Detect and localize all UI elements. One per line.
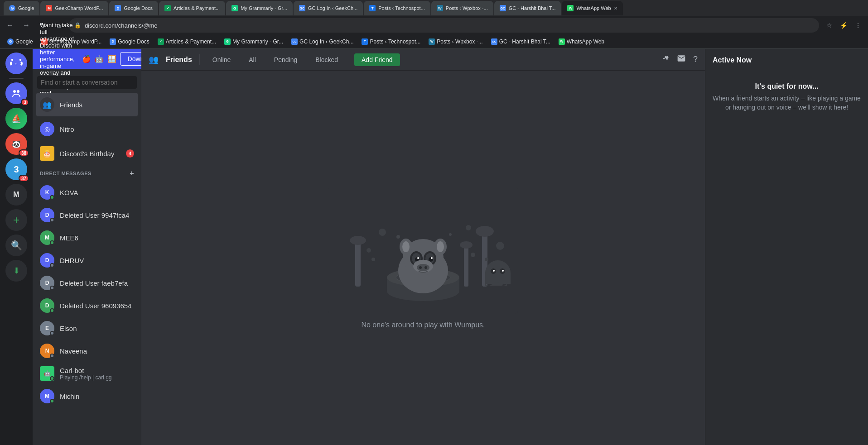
bookmark-wpxbox[interactable]: W Posts ‹ Wpxbox -... — [425, 37, 486, 47]
svg-point-51 — [371, 258, 375, 261]
new-dm-button[interactable]: + — [130, 169, 134, 177]
discord-home-button[interactable]: ⌂ — [5, 53, 27, 74]
bookmark-harshit[interactable]: GC GC - Harshit Bhai T... — [487, 37, 554, 47]
tab-geekchamp2[interactable]: GC GC Log In ‹ GeekCh... — [294, 1, 363, 15]
inbox-icon[interactable] — [677, 54, 686, 65]
dm-avatar-deleted3: D — [40, 298, 54, 313]
svg-text:⌂: ⌂ — [15, 61, 18, 66]
server-3[interactable]: 🐼 38 — [5, 133, 27, 155]
add-friend-button[interactable]: Add Friend — [354, 53, 400, 66]
friends-nav-item[interactable]: 👥 Friends — [36, 93, 138, 116]
nitro-nav-item[interactable]: ◎ Nitro — [36, 117, 138, 141]
tab-wpxbox[interactable]: W Posts ‹ Wpxbox -... — [431, 1, 493, 15]
tab-online[interactable]: Online — [207, 54, 236, 65]
quiet-description: When a friend starts an activity – like … — [713, 94, 861, 112]
server-4[interactable]: 3 37 — [5, 158, 27, 180]
wumpus-illustration — [328, 187, 518, 314]
bookmark-grammarly[interactable]: G My Grammarly - Gr... — [221, 37, 287, 47]
tab-articles[interactable]: ✓ Articles & Payment... — [159, 1, 225, 15]
svg-point-5 — [350, 236, 366, 245]
nitro-nav-label: Nitro — [60, 125, 74, 133]
bookmark-technospot[interactable]: T Posts ‹ Technospot... — [358, 37, 424, 47]
tab-geekchamp[interactable]: M GeekChamp WordP... — [40, 1, 108, 15]
nav-icons: ☆ ⚡ ⋮ — [823, 19, 864, 32]
dm-item-elson[interactable]: E Elson — [36, 317, 138, 339]
tab-whatsapp[interactable]: W WhatsApp Web ✕ — [562, 1, 622, 15]
dm-name-elson: Elson — [60, 325, 77, 332]
svg-point-27 — [402, 241, 410, 252]
wumpus-container: No one's around to play with Wumpus. — [328, 187, 518, 329]
bookmark-articles[interactable]: ✓ Articles & Payment... — [154, 37, 220, 47]
tab-technospot[interactable]: T Posts ‹ Technospot... — [364, 1, 430, 15]
bookmark-label-technospot: Posts ‹ Technospot... — [370, 38, 420, 45]
add-server-button[interactable]: + — [5, 209, 27, 231]
dm-item-michin[interactable]: M Michin — [36, 385, 138, 407]
main-content: 👥 Friends Online All Pending Blocked Add… — [141, 49, 705, 445]
tab-bar: G Google M GeekChamp WordP... D Google D… — [0, 0, 868, 16]
help-icon[interactable]: ? — [693, 55, 698, 64]
kova-status — [50, 195, 54, 200]
bookmark-whatsapp[interactable]: W WhatsApp Web — [555, 37, 608, 47]
address-bar[interactable]: 🔒 discord.com/channels/@me — [69, 18, 819, 33]
bookmark-label-gc-login: GC Log In ‹ GeekCh... — [299, 38, 353, 45]
dm-name-mee6: MEE6 — [60, 234, 78, 242]
tab-harshit[interactable]: GC GC - Harshit Bhai T... — [494, 1, 561, 15]
back-button[interactable]: ← — [4, 19, 16, 32]
dm-item-naveena[interactable]: N Naveena — [36, 340, 138, 362]
extension-button[interactable]: ⚡ — [837, 19, 850, 32]
dm-item-carlbot[interactable]: 🤖 Carl-bot Playing /help | carl.gg — [36, 363, 138, 384]
svg-point-14 — [485, 258, 488, 261]
dm-avatar-dhruv: D — [40, 253, 54, 268]
server-1-badge: 3 — [21, 99, 29, 106]
tab-close-whatsapp[interactable]: ✕ — [614, 6, 617, 11]
explore-servers-button[interactable]: 🔍 — [5, 234, 27, 256]
svg-point-50 — [471, 253, 475, 257]
dm-name-kova: KOVA — [60, 189, 78, 196]
birthday-nav-item[interactable]: 🎂 Discord's Birthday 4 — [36, 142, 138, 165]
tab-pending[interactable]: Pending — [269, 54, 303, 65]
dm-item-mee6[interactable]: M MEE6 — [36, 227, 138, 249]
dm-item-deleted1[interactable]: D Deleted User 9947fca4 — [36, 204, 138, 226]
elson-status — [50, 331, 54, 335]
dm-item-dhruv[interactable]: D DHRUV — [36, 249, 138, 271]
dm-list: Want to take full advantage of Discord w… — [33, 49, 141, 445]
friends-header: 👥 Friends Online All Pending Blocked Add… — [141, 49, 705, 71]
friends-nav-label: Friends — [60, 101, 82, 109]
discord-app: ⌂ 3 ⛵ 🐼 38 — [0, 49, 868, 445]
deleted1-status — [50, 218, 54, 222]
dm-avatar-michin: M — [40, 389, 54, 403]
search-input[interactable] — [37, 76, 137, 89]
dm-item-kova[interactable]: K KOVA — [36, 182, 138, 203]
server-1[interactable]: 3 — [5, 82, 27, 104]
tab-grammarly[interactable]: G My Grammarly - Gr... — [226, 1, 293, 15]
new-group-dm-icon[interactable] — [661, 54, 670, 65]
bookmark-gc-login[interactable]: GC GC Log In ‹ GeekCh... — [288, 37, 357, 47]
forward-button[interactable]: → — [20, 19, 33, 32]
bookmark-button[interactable]: ☆ — [823, 19, 835, 32]
friends-icon: 👥 — [40, 97, 54, 112]
menu-button[interactable]: ⋮ — [852, 19, 864, 32]
bookmark-label-wpxbox: Posts ‹ Wpxbox -... — [437, 38, 482, 45]
svg-rect-8 — [464, 246, 468, 287]
server-2[interactable]: ⛵ — [5, 108, 27, 129]
dm-avatar-carlbot: 🤖 — [40, 366, 54, 381]
bookmark-label-harshit: GC - Harshit Bhai T... — [499, 38, 550, 45]
tab-label-geekchamp2: GC Log In ‹ GeekCh... — [308, 5, 357, 11]
dm-name-carlbot: Carl-bot — [60, 367, 112, 374]
tab-blocked[interactable]: Blocked — [310, 54, 343, 65]
apple-icon: 🍎 — [82, 55, 91, 63]
dm-item-deleted2[interactable]: D Deleted User faeb7efa — [36, 272, 138, 294]
dm-name-naveena: Naveena — [60, 347, 87, 355]
server-5[interactable]: M — [5, 184, 27, 206]
dm-avatar-deleted2: D — [40, 276, 54, 290]
download-apps-button[interactable]: ⬇ — [5, 260, 27, 282]
tab-docs[interactable]: D Google Docs — [109, 1, 158, 15]
tab-all[interactable]: All — [243, 54, 261, 65]
tab-google[interactable]: G Google — [4, 1, 39, 15]
dm-item-deleted3[interactable]: D Deleted User 96093654 — [36, 295, 138, 316]
tab-label-whatsapp: WhatsApp Web — [576, 5, 611, 11]
bookmark-google[interactable]: G Google — [4, 37, 37, 47]
quiet-title: It's quiet for now... — [713, 82, 861, 91]
windows-icon: 🪟 — [107, 55, 116, 63]
dm-name-michin: Michin — [60, 392, 79, 400]
